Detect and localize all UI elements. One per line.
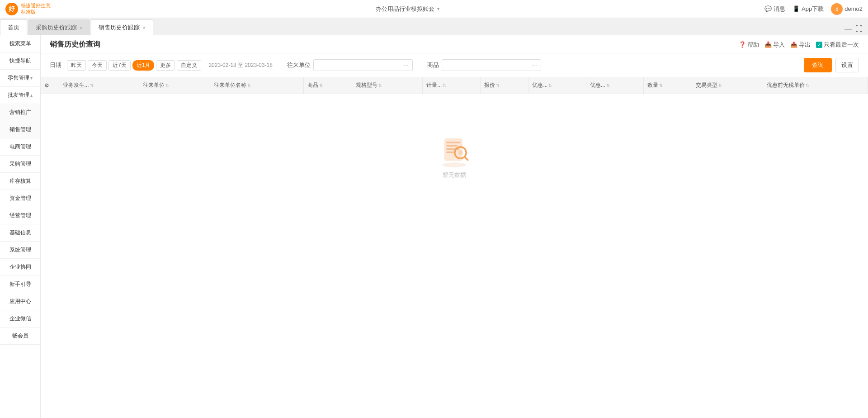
date-btn-custom[interactable]: 自定义 <box>177 60 201 71</box>
export-action[interactable]: 📤 导出 <box>790 41 811 49</box>
sort-trade-type-icon: ⇅ <box>718 83 722 88</box>
tab-purchase-close[interactable]: × <box>80 25 82 30</box>
help-action[interactable]: ❓ 帮助 <box>739 41 759 49</box>
tab-sales[interactable]: 销售历史价跟踪 × <box>91 19 153 35</box>
sidebar-item-inventory[interactable]: 库存核算 <box>0 173 40 190</box>
sidebar-item-marketing[interactable]: 营销推广 <box>0 104 40 121</box>
th-qty[interactable]: 数量 ⇅ <box>644 77 692 94</box>
top-bar-left: 好 畅捷通好生意 标准版 <box>5 3 51 15</box>
message-item[interactable]: 💬 消息 <box>764 5 785 13</box>
svg-rect-5 <box>446 152 454 153</box>
sidebar-item-purchase-mgmt[interactable]: 采购管理 <box>0 156 40 173</box>
product-input[interactable]: ··· <box>442 59 541 71</box>
sidebar-finance-label: 资金管理 <box>9 195 31 201</box>
th-product[interactable]: 商品 ⇅ <box>303 77 352 94</box>
date-btn-more[interactable]: 更多 <box>156 60 175 71</box>
sidebar-inventory-label: 库存核算 <box>9 178 31 184</box>
svg-line-7 <box>465 157 468 160</box>
sidebar-item-wechat[interactable]: 企业微信 <box>0 310 40 328</box>
logo-icon: 好 <box>5 3 18 15</box>
query-button[interactable]: 查询 <box>804 58 832 72</box>
import-icon: 📥 <box>764 41 772 48</box>
th-biz-date[interactable]: 业务发生... ⇅ <box>59 77 139 94</box>
th-partner-code[interactable]: 往来单位 ⇅ <box>139 77 210 94</box>
phone-icon: 📱 <box>793 5 800 12</box>
tab-purchase[interactable]: 采购历史价跟踪 × <box>28 19 90 35</box>
sort-biz-date-icon: ⇅ <box>90 83 94 88</box>
sidebar-purchase-mgmt-label: 采购管理 <box>9 161 31 167</box>
settings-button[interactable]: 设置 <box>835 58 859 72</box>
filter-actions: 查询 设置 <box>804 58 859 72</box>
table-container: ⚙ 业务发生... ⇅ 往来单位 ⇅ <box>41 77 868 418</box>
empty-state: 暂无数据 <box>41 94 868 215</box>
sort-discount2-icon: ⇅ <box>606 83 610 88</box>
sidebar-item-member[interactable]: 畅会员 <box>0 328 40 345</box>
empty-text: 暂无数据 <box>443 171 466 179</box>
tab-home[interactable]: 首页 <box>0 19 27 35</box>
sidebar-item-retail[interactable]: 零售管理 ▾ <box>0 70 40 87</box>
sidebar-item-quick-nav[interactable]: 快捷导航 <box>0 52 40 70</box>
tab-bar-actions: — ⛶ <box>844 25 868 35</box>
date-buttons: 昨天 今天 近7天 近1月 更多 自定义 <box>67 60 201 71</box>
th-quote[interactable]: 报价 ⇅ <box>480 77 528 94</box>
avatar: d <box>831 3 843 15</box>
sort-discount1-icon: ⇅ <box>548 83 552 88</box>
sort-partner-code-icon: ⇅ <box>165 83 169 88</box>
page-header: 销售历史价查询 ❓ 帮助 📥 导入 📤 导出 ✓ <box>41 35 868 53</box>
data-table: ⚙ 业务发生... ⇅ 往来单位 ⇅ <box>41 77 868 94</box>
sidebar-item-guide[interactable]: 新手引导 <box>0 276 40 293</box>
sidebar-app-center-label: 应用中心 <box>9 298 31 304</box>
sidebar-item-finance[interactable]: 资金管理 <box>0 190 40 207</box>
last-once-label: 只看最后一次 <box>824 41 859 49</box>
tab-minimize-icon[interactable]: — <box>844 25 852 33</box>
th-trade-type[interactable]: 交易类型 ⇅ <box>692 77 763 94</box>
sidebar-item-enterprise[interactable]: 企业协同 <box>0 259 40 276</box>
th-unit[interactable]: 计量... ⇅ <box>423 77 481 94</box>
sidebar-item-basic-info[interactable]: 基础信息 <box>0 224 40 242</box>
th-discount1[interactable]: 优惠... ⇅ <box>528 77 586 94</box>
tab-maximize-icon[interactable]: ⛶ <box>855 25 863 33</box>
last-once-action[interactable]: ✓ 只看最后一次 <box>816 41 859 49</box>
user-item[interactable]: d demo2 <box>831 3 863 15</box>
sidebar-item-ecommerce[interactable]: 电商管理 <box>0 138 40 156</box>
sidebar: 搜索菜单 快捷导航 零售管理 ▾ 批发管理 ▴ 营销推广 销售管理 电商管理 采… <box>0 35 41 418</box>
sidebar-retail-label: 零售管理 <box>8 74 29 82</box>
date-btn-7days[interactable]: 近7天 <box>108 60 131 71</box>
th-discount2[interactable]: 优惠... ⇅ <box>586 77 644 94</box>
sidebar-item-app-center[interactable]: 应用中心 <box>0 293 40 310</box>
sort-qty-icon: ⇅ <box>659 83 663 88</box>
th-pre-tax[interactable]: 优惠前无税单价 ⇅ <box>763 77 868 94</box>
sidebar-quick-nav-label: 快捷导航 <box>9 57 31 64</box>
sidebar-retail-arrow: ▾ <box>30 76 33 81</box>
tab-sales-close[interactable]: × <box>142 25 145 30</box>
sort-partner-name-icon: ⇅ <box>247 83 251 88</box>
sidebar-member-label: 畅会员 <box>12 332 28 339</box>
page-title: 销售历史价查询 <box>50 40 100 49</box>
page-actions: ❓ 帮助 📥 导入 📤 导出 ✓ 只看最后一次 <box>739 41 859 49</box>
sidebar-item-search-menu[interactable]: 搜索菜单 <box>0 35 40 52</box>
last-once-checkbox[interactable]: ✓ <box>816 42 822 48</box>
th-settings[interactable]: ⚙ <box>41 77 59 94</box>
sidebar-wholesale-label: 批发管理 <box>8 91 29 99</box>
date-btn-1month[interactable]: 近1月 <box>132 60 155 71</box>
user-label: demo2 <box>844 5 863 12</box>
tab-bar: 首页 采购历史价跟踪 × 销售历史价跟踪 × — ⛶ <box>0 18 868 35</box>
import-label: 导入 <box>773 41 785 49</box>
sidebar-item-system[interactable]: 系统管理 <box>0 242 40 259</box>
sidebar-item-sales-mgmt[interactable]: 销售管理 <box>0 121 40 138</box>
sidebar-item-operations[interactable]: 经营管理 <box>0 207 40 224</box>
app-download-item[interactable]: 📱 App下载 <box>793 5 824 13</box>
th-spec[interactable]: 规格型号 ⇅ <box>352 77 423 94</box>
sort-pre-tax-icon: ⇅ <box>806 83 809 88</box>
counterparty-input[interactable]: ··· <box>313 59 413 71</box>
sidebar-operations-label: 经营管理 <box>9 212 31 218</box>
import-action[interactable]: 📥 导入 <box>764 41 785 49</box>
th-partner-name[interactable]: 往来单位名称 ⇅ <box>210 77 303 94</box>
counterparty-label: 往来单位 <box>287 61 311 69</box>
date-btn-today[interactable]: 今天 <box>88 60 107 71</box>
main-layout: 搜索菜单 快捷导航 零售管理 ▾ 批发管理 ▴ 营销推广 销售管理 电商管理 采… <box>0 35 868 418</box>
sidebar-item-wholesale[interactable]: 批发管理 ▴ <box>0 87 40 104</box>
app-title-area: 办公用品行业模拟账套 ▾ <box>376 5 439 13</box>
app-dropdown-arrow[interactable]: ▾ <box>437 6 439 11</box>
date-btn-yesterday[interactable]: 昨天 <box>67 60 86 71</box>
